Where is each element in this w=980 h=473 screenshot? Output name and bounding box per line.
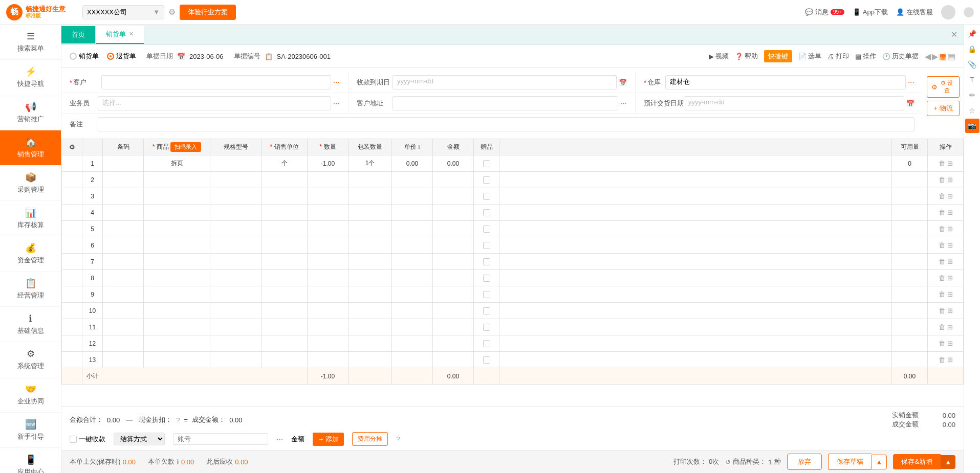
row-copy-icon[interactable]: ⊞ (947, 225, 953, 233)
row-copy-icon[interactable]: ⊞ (947, 340, 953, 347)
right-tool-camera[interactable]: 📷 (965, 119, 979, 133)
customer-address-input[interactable] (393, 96, 618, 110)
save-draft-button[interactable]: 保存草稿 (828, 454, 872, 470)
row-copy-icon[interactable]: ⊞ (947, 209, 953, 216)
user-avatar[interactable] (941, 5, 955, 19)
right-tool-lock[interactable]: 🔒 (965, 42, 979, 56)
row-copy-icon[interactable]: ⊞ (947, 290, 953, 298)
operate-button[interactable]: ▤ 操作 (855, 52, 876, 61)
row-pkg-qty[interactable] (349, 221, 392, 237)
row-delete-icon[interactable]: 🗑 (939, 176, 945, 184)
sidebar-item-basic[interactable]: ℹ 基础信息 (0, 307, 61, 342)
tab-close-icon[interactable]: ✕ (129, 31, 134, 37)
row-unit[interactable] (262, 303, 308, 319)
select-order-button[interactable]: 📄 选单 (798, 52, 821, 61)
row-product[interactable] (144, 188, 210, 205)
row-qty[interactable] (308, 319, 349, 335)
row-gift[interactable] (474, 205, 499, 221)
row-gift[interactable] (474, 335, 499, 352)
row-product[interactable] (144, 319, 210, 335)
row-unit[interactable]: 个 (262, 155, 308, 172)
row-pkg-qty[interactable] (349, 335, 392, 352)
row-delete-icon[interactable]: 🗑 (939, 209, 945, 216)
row-qty[interactable] (308, 205, 349, 221)
row-spec[interactable] (210, 319, 262, 335)
next-icon[interactable]: ▶ (932, 52, 938, 61)
right-tool-attach[interactable]: 📎 (965, 57, 979, 72)
customer-input[interactable] (101, 75, 331, 89)
row-product[interactable] (144, 286, 210, 303)
company-selector[interactable]: XXXXXX公司 ▼ (82, 5, 164, 19)
row-amount[interactable] (433, 352, 474, 368)
row-spec[interactable] (210, 205, 262, 221)
sidebar-item-purchase[interactable]: 📦 采购管理 (0, 166, 61, 201)
sidebar-item-operations[interactable]: 📋 经营管理 (0, 272, 61, 307)
warehouse-dots-icon[interactable]: ··· (908, 78, 914, 87)
row-copy-icon[interactable]: ⊞ (947, 258, 953, 265)
row-qty[interactable] (308, 352, 349, 368)
row-barcode[interactable] (103, 254, 144, 270)
row-spec[interactable] (210, 352, 262, 368)
sidebar-item-system[interactable]: ⚙ 系统管理 (0, 342, 61, 377)
row-unit[interactable] (262, 270, 308, 286)
row-spec[interactable] (210, 286, 262, 303)
sidebar-item-sales[interactable]: 🏠 销售管理 (0, 130, 61, 166)
row-pkg-qty[interactable] (349, 286, 392, 303)
row-delete-icon[interactable]: 🗑 (939, 225, 945, 233)
row-price[interactable] (392, 188, 433, 205)
row-price[interactable] (392, 319, 433, 335)
row-pkg-qty[interactable] (349, 319, 392, 335)
row-qty[interactable]: -1.00 (308, 155, 349, 172)
row-amount[interactable] (433, 303, 474, 319)
row-remark[interactable] (499, 303, 892, 319)
sidebar-item-app-center[interactable]: 📱 应用中心 (0, 448, 61, 473)
row-spec[interactable] (210, 335, 262, 352)
row-gift[interactable] (474, 155, 499, 172)
row-gift[interactable] (474, 254, 499, 270)
calendar-icon-payment[interactable]: 📅 (619, 79, 627, 86)
trial-button[interactable]: 体验行业方案 (180, 5, 236, 20)
print-button[interactable]: 🖨 打印 (827, 52, 849, 61)
salesperson-input[interactable]: 选择... (98, 96, 331, 110)
row-barcode[interactable] (103, 155, 144, 172)
row-amount[interactable] (433, 286, 474, 303)
row-price[interactable] (392, 254, 433, 270)
row-delete-icon[interactable]: 🗑 (939, 192, 945, 200)
row-remark[interactable] (499, 335, 892, 352)
account-input[interactable] (173, 433, 268, 445)
row-unit[interactable] (262, 286, 308, 303)
row-product[interactable] (144, 237, 210, 254)
settings-button[interactable]: ⚙ ⚙ 设置 (927, 76, 960, 98)
row-amount[interactable] (433, 188, 474, 205)
history-button[interactable]: 🕐 历史单据 (882, 52, 919, 61)
settlement-method-select[interactable]: 结算方式 (114, 433, 165, 445)
expense-help-icon[interactable]: ? (396, 435, 400, 443)
right-tool-edit[interactable]: ✏ (965, 88, 979, 102)
row-product[interactable] (144, 303, 210, 319)
row-gift[interactable] (474, 286, 499, 303)
cash-discount-help-icon[interactable]: ? (176, 416, 180, 424)
one-click-collect-checkbox[interactable]: 一键收款 (70, 435, 105, 444)
tab-bar-close-button[interactable]: ✕ (945, 30, 964, 39)
row-pkg-qty[interactable] (349, 188, 392, 205)
row-pkg-qty[interactable] (349, 303, 392, 319)
row-gift[interactable] (474, 303, 499, 319)
address-dots-icon[interactable]: ··· (620, 99, 627, 108)
video-help-button[interactable]: ▶ 视频 (709, 52, 729, 61)
save-new-button[interactable]: 保存&新增 (893, 454, 941, 469)
row-pkg-qty[interactable] (349, 254, 392, 270)
grid-view-icon[interactable]: ▦ (939, 52, 947, 61)
tab-home[interactable]: 首页 (61, 26, 96, 43)
row-price[interactable]: 0.00 (392, 155, 433, 172)
row-amount[interactable] (433, 172, 474, 188)
row-pkg-qty[interactable] (349, 352, 392, 368)
row-remark[interactable] (499, 270, 892, 286)
row-copy-icon[interactable]: ⊞ (947, 176, 953, 184)
row-price[interactable] (392, 172, 433, 188)
row-qty[interactable] (308, 188, 349, 205)
row-amount[interactable] (433, 335, 474, 352)
save-new-arrow[interactable]: ▲ (941, 455, 955, 469)
row-product[interactable]: 拆页 (144, 155, 210, 172)
row-copy-icon[interactable]: ⊞ (947, 356, 953, 364)
row-delete-icon[interactable]: 🗑 (939, 356, 945, 364)
